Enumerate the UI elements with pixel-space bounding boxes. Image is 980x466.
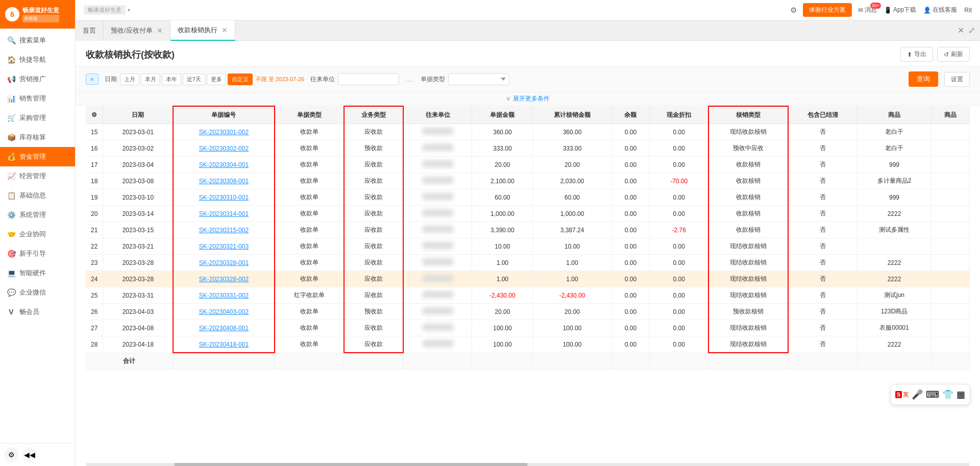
- filter-settings-button[interactable]: 设置: [944, 72, 970, 87]
- this-month-btn[interactable]: 本月: [141, 73, 160, 85]
- cell-writeoff-type: 现结收款核销: [708, 320, 788, 336]
- data-table-wrapper: ⚙ 日期 单据编号 单据类型 业务类型 往来单位 单据金额 累计核销金额 余额 …: [76, 106, 980, 463]
- more-date-btn[interactable]: 更多: [207, 73, 226, 85]
- sidebar-item-finance[interactable]: 💰 资金管理: [0, 147, 75, 166]
- custom-date-btn[interactable]: 自定义: [228, 73, 253, 85]
- tab-collection-close[interactable]: ✕: [222, 26, 228, 34]
- th-settings[interactable]: ⚙: [86, 106, 103, 124]
- doc-no-link[interactable]: SK-20230302-002: [199, 145, 249, 152]
- partner-filter-group: 往来单位: [310, 73, 399, 85]
- cell-writeoff-amount: 1.00: [533, 255, 611, 271]
- user-name[interactable]: Rit: [964, 7, 972, 14]
- sidebar-item-guide[interactable]: 🎯 新手引导: [0, 244, 75, 263]
- cell-doc-type: 红字收款单: [275, 287, 344, 304]
- cell-product2: [932, 238, 970, 255]
- tab-prepay[interactable]: 预收/应收付单 ✕: [104, 20, 170, 41]
- cell-doc-type: 收款单: [275, 124, 344, 140]
- expand-conditions-btn[interactable]: ∨ 展开更多条件: [506, 94, 549, 103]
- topbar-gear-icon[interactable]: ⚙: [790, 6, 797, 15]
- cell-partner: [403, 157, 472, 173]
- tab-collection[interactable]: 收款核销执行 ✕: [170, 20, 235, 41]
- cell-date: 2023-03-15: [103, 222, 174, 238]
- sidebar-item-hardware[interactable]: 💻 智能硬件: [0, 263, 75, 283]
- cell-product1: 衣服00001: [857, 320, 931, 336]
- cell-include-settled: 否: [788, 206, 857, 222]
- doc-no-link[interactable]: SK-20230321-003: [199, 243, 249, 250]
- last-7days-btn[interactable]: 近7天: [183, 73, 205, 85]
- sidebar-item-marketing[interactable]: 📢 营销推广: [0, 69, 75, 89]
- export-button[interactable]: ⬆ 导出: [900, 47, 933, 62]
- footer-doc-no: [173, 353, 274, 369]
- message-button[interactable]: ✉ 消息 99+: [858, 6, 877, 14]
- sidebar-item-operations[interactable]: 📈 经营管理: [0, 166, 75, 186]
- solution-button[interactable]: 体验行业方案: [803, 3, 852, 17]
- th-doc-no: 单据编号: [173, 106, 274, 124]
- shirt-icon[interactable]: 👕: [942, 389, 953, 400]
- sougou-icon[interactable]: S 英: [895, 389, 909, 400]
- sidebar-item-quicknav[interactable]: 🏠 快捷导航: [0, 50, 75, 69]
- cell-writeoff-amount: 10.00: [533, 238, 611, 255]
- filter-collapse-button[interactable]: »: [86, 73, 99, 85]
- doc-no-link[interactable]: SK-20230331-002: [199, 292, 249, 299]
- doc-no-link[interactable]: SK-20230328-002: [199, 276, 249, 283]
- cell-doc-type: 收款单: [275, 189, 344, 206]
- cell-amount: 20.00: [472, 304, 533, 320]
- wechat-icon: 💬: [7, 288, 15, 297]
- refresh-button[interactable]: ↺ 刷新: [937, 47, 970, 62]
- cell-balance: 0.00: [611, 238, 650, 255]
- sidebar-item-sales[interactable]: 📊 销售管理: [0, 89, 75, 108]
- doctype-select[interactable]: [448, 73, 509, 85]
- doc-no-link[interactable]: SK-20230308-001: [199, 178, 249, 185]
- cell-writeoff-type: 现结收款核销: [708, 287, 788, 304]
- cell-product1: 老白干: [857, 140, 931, 157]
- doc-no-link[interactable]: SK-20230403-002: [199, 308, 249, 315]
- online-service-link[interactable]: 👤 在线客服: [923, 6, 957, 14]
- last-month-btn[interactable]: 上月: [120, 73, 139, 85]
- sidebar-item-member[interactable]: V 畅会员: [0, 302, 75, 322]
- this-year-btn[interactable]: 本年: [162, 73, 181, 85]
- sidebar-item-system[interactable]: ⚙️ 系统管理: [0, 205, 75, 225]
- cell-product2: [932, 222, 970, 238]
- doc-no-link[interactable]: SK-20230418-001: [199, 341, 249, 348]
- sidebar-item-inventory[interactable]: 📦 库存核算: [0, 128, 75, 147]
- sidebar-item-wechat[interactable]: 💬 企业微信: [0, 283, 75, 302]
- sidebar-item-search[interactable]: 🔍 搜索菜单: [0, 31, 75, 50]
- close-tab-btn[interactable]: ✕: [958, 26, 964, 35]
- scroll-thumb[interactable]: [174, 463, 528, 466]
- cell-doc-type: 收款单: [275, 255, 344, 271]
- cell-biz-type: 应收款: [344, 336, 403, 353]
- cell-cash-discount: 0.00: [650, 271, 708, 287]
- sidebar-settings-btn[interactable]: ⚙: [4, 448, 18, 462]
- doc-no-link[interactable]: SK-20230328-001: [199, 259, 249, 266]
- keyboard-icon[interactable]: ⌨: [926, 389, 939, 400]
- cell-doc-no: SK-20230331-002: [173, 287, 274, 304]
- th-writeoff-type: 核销类型: [708, 106, 788, 124]
- doc-no-link[interactable]: SK-20230315-002: [199, 227, 249, 234]
- sidebar-item-basic[interactable]: 📋 基础信息: [0, 186, 75, 205]
- more-filters-dots[interactable]: ...: [405, 75, 414, 83]
- doc-no-link[interactable]: SK-20230301-002: [199, 129, 249, 136]
- doc-no-link[interactable]: SK-20230310-001: [199, 194, 249, 201]
- cell-balance: 0.00: [611, 157, 650, 173]
- cell-cash-discount: -70.00: [650, 173, 708, 189]
- query-button[interactable]: 查询: [909, 71, 938, 87]
- tab-prepay-close[interactable]: ✕: [157, 27, 163, 35]
- cell-balance: 0.00: [611, 255, 650, 271]
- sidebar-collapse-btn[interactable]: ◀◀: [22, 448, 37, 462]
- doc-no-link[interactable]: SK-20230314-001: [199, 210, 249, 217]
- doc-no-link[interactable]: SK-20230408-001: [199, 325, 249, 332]
- cart-icon: 🛒: [7, 114, 15, 122]
- sidebar-item-enterprise[interactable]: 🤝 企业协同: [0, 225, 75, 244]
- microphone-icon[interactable]: 🎤: [912, 389, 923, 400]
- cell-writeoff-type: 预收款核销: [708, 304, 788, 320]
- doc-no-link[interactable]: SK-20230304-001: [199, 161, 249, 168]
- footer-balance: [611, 353, 650, 369]
- partner-input[interactable]: [338, 73, 399, 85]
- grid-icon[interactable]: ▦: [957, 389, 965, 400]
- filter-bar: » 日期 上月 本月 本年 近7天 更多 自定义 不限 至 2023-07-26…: [76, 66, 980, 92]
- sidebar-item-purchase[interactable]: 🛒 采购管理: [0, 108, 75, 128]
- tab-home[interactable]: 首页: [76, 20, 104, 41]
- app-download-link[interactable]: 📱 App下载: [884, 6, 916, 14]
- cell-writeoff-amount: 333.00: [533, 140, 611, 157]
- expand-tab-btn[interactable]: ⤢: [968, 26, 975, 35]
